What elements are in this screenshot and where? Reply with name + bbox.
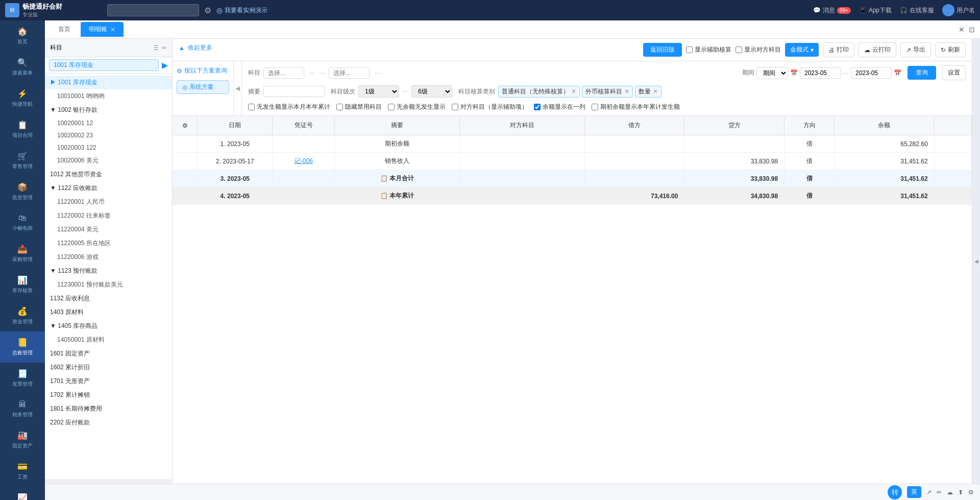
tab-ledger[interactable]: 明细账 ✕ bbox=[81, 22, 124, 37]
tree-item-11220001[interactable]: 11220001 人民币 bbox=[45, 195, 172, 209]
tree-item-1801[interactable]: 1801 长期待摊费用 bbox=[45, 402, 172, 416]
tree-item-1012[interactable]: 1012 其他货币资金 bbox=[45, 168, 172, 181]
tag-quantity-close[interactable]: ✕ bbox=[653, 88, 658, 95]
voucher-link[interactable]: 记-006 bbox=[295, 157, 313, 164]
export-btn[interactable]: ↗ 导出 bbox=[900, 42, 931, 57]
vertical-collapse-btn[interactable]: ◀ bbox=[972, 39, 980, 484]
account-header-list-icon[interactable]: ☰ bbox=[153, 44, 159, 52]
show-contra-checkbox[interactable]: 显示对方科目 bbox=[736, 45, 781, 54]
sidebar-item-project[interactable]: 📋项目合同 bbox=[0, 114, 45, 145]
sidebar-item-capital[interactable]: 💰资金管理 bbox=[0, 300, 45, 331]
tag-foreign-close[interactable]: ✕ bbox=[624, 88, 629, 95]
collapse-more-btn[interactable]: ▲ 收起更多 bbox=[179, 43, 212, 52]
cb-no-balance-input[interactable] bbox=[388, 104, 395, 110]
sidebar-item-ledger[interactable]: 📒总账管理 bbox=[0, 331, 45, 363]
sidebar-item-quick-nav[interactable]: ⚡快捷导航 bbox=[0, 83, 45, 114]
tree-item-11220005[interactable]: 11220005 所在地区 bbox=[45, 236, 172, 250]
tree-item-11220002[interactable]: 11220002 往来标签 bbox=[45, 209, 172, 223]
tree-item-11230001[interactable]: 11230001 预付账款美元 bbox=[45, 278, 172, 292]
query-btn[interactable]: 查询 bbox=[908, 66, 936, 80]
tree-item-2202[interactable]: 2202 应付账款 bbox=[45, 416, 172, 430]
account-tree[interactable]: ▶ 1001 库存现金10010001 哟哟哟▼ 1002 银行存款100200… bbox=[45, 74, 172, 480]
cb-contra-input[interactable] bbox=[452, 104, 458, 110]
translate-btn[interactable]: 转 bbox=[888, 485, 902, 499]
cb-no-balance[interactable]: 无余额无发生显示 bbox=[388, 103, 446, 111]
bottom-cloud-icon[interactable]: ☁ bbox=[947, 489, 953, 496]
sidebar-item-retail[interactable]: 🛒零售管理 bbox=[0, 145, 45, 176]
col-settings-header[interactable]: ⚙ bbox=[173, 116, 198, 135]
sidebar-item-invoice[interactable]: 🧾发票管理 bbox=[0, 363, 45, 394]
lang-btn[interactable]: 英 bbox=[907, 486, 921, 498]
cb-no-activity-input[interactable] bbox=[248, 104, 255, 110]
tree-item-1132[interactable]: 1132 应收利息 bbox=[45, 292, 172, 305]
show-aux-checkbox[interactable]: 显示辅助核算 bbox=[686, 45, 731, 54]
tree-item-10020002[interactable]: 10020002 23 bbox=[45, 129, 172, 141]
account-selected-display[interactable]: 1001 库存现金 bbox=[49, 59, 159, 71]
cb-hide-disabled[interactable]: 隐藏禁用科目 bbox=[336, 103, 382, 111]
filter-settings-btn[interactable]: 设置 bbox=[942, 65, 966, 80]
tree-item-1403[interactable]: 1403 原材料 bbox=[45, 305, 172, 319]
period-type-select[interactable]: 期间 bbox=[756, 67, 788, 79]
bottom-edit-icon[interactable]: ✏ bbox=[937, 489, 942, 496]
sidebar-item-operations[interactable]: 📈经营管理 bbox=[0, 487, 45, 500]
subject-input[interactable] bbox=[263, 67, 304, 79]
account-header-edit-icon[interactable]: ✏ bbox=[162, 44, 167, 52]
cb-no-activity[interactable]: 无发生额显示本月本年累计 bbox=[248, 103, 330, 111]
cloud-print-btn[interactable]: ☁ 云打印 bbox=[859, 42, 896, 57]
collapse-left-btn[interactable]: ◀ bbox=[234, 61, 242, 115]
tab-close-all-btn[interactable]: ✕ bbox=[959, 26, 965, 34]
user-avatar[interactable]: 用户名 bbox=[942, 4, 975, 16]
sidebar-item-salary[interactable]: 💳工资 bbox=[0, 456, 45, 487]
level-to-select[interactable]: 6级 3级 bbox=[411, 85, 452, 98]
table-container[interactable]: ⚙ 日期 凭证号 摘要 对方科目 借方 贷方 方向 余额 bbox=[173, 116, 972, 484]
sidebar-item-tax[interactable]: 🏛税务管理 bbox=[0, 394, 45, 424]
message-btn[interactable]: 💬 消息 99+ bbox=[813, 6, 851, 15]
bottom-link-icon[interactable]: ↗ bbox=[926, 489, 932, 496]
period-from-input[interactable] bbox=[800, 67, 841, 79]
period-to-input[interactable] bbox=[851, 67, 892, 79]
tree-item-1602[interactable]: 1602 累计折旧 bbox=[45, 361, 172, 374]
refresh-btn[interactable]: ↻ 刷新 bbox=[935, 42, 966, 57]
tab-ledger-close[interactable]: ✕ bbox=[110, 26, 115, 33]
settings-icon[interactable]: ⚙ bbox=[204, 6, 211, 15]
back-old-btn[interactable]: 返回旧版 bbox=[643, 43, 682, 57]
tree-item-1123[interactable]: ▼ 1123 预付账款 bbox=[45, 264, 172, 278]
online-service-btn[interactable]: 🎧 在线客服 bbox=[900, 6, 934, 15]
tree-item-1601[interactable]: 1601 固定资产 bbox=[45, 347, 172, 361]
scheme-btn[interactable]: ◎ 系统方案 bbox=[177, 80, 229, 94]
tree-item-10020003[interactable]: 10020003 122 bbox=[45, 141, 172, 154]
account-next-btn[interactable]: ▶ bbox=[162, 60, 168, 70]
print-btn[interactable]: 🖨 打印 bbox=[823, 42, 854, 57]
cb-contra[interactable]: 对方科目（显示辅助项） bbox=[452, 103, 528, 111]
sidebar-item-purchase[interactable]: 📥采购管理 bbox=[0, 238, 45, 269]
level-from-select[interactable]: 1级 2级 3级 bbox=[358, 85, 399, 98]
tree-item-1002[interactable]: ▼ 1002 银行存款 bbox=[45, 103, 172, 117]
sidebar-item-wholesale[interactable]: 📦批发管理 bbox=[0, 176, 45, 207]
app-download-btn[interactable]: 📱 App下载 bbox=[859, 6, 892, 15]
tree-item-11220006[interactable]: 11220006 游戏 bbox=[45, 250, 172, 264]
tree-item-10020006[interactable]: 10020006 美元 bbox=[45, 154, 172, 168]
sidebar-item-search[interactable]: 🔍搜索菜单 bbox=[0, 52, 45, 83]
tree-item-14050001[interactable]: 14050001 原材料 bbox=[45, 333, 172, 347]
account-scrollbar[interactable] bbox=[45, 480, 172, 484]
subject-input-2[interactable] bbox=[329, 67, 370, 79]
tab-restore-btn[interactable]: ⊡ bbox=[969, 26, 975, 34]
tree-item-1701[interactable]: 1701 无形资产 bbox=[45, 374, 172, 388]
tree-item-1702[interactable]: 1702 累计摊销 bbox=[45, 388, 172, 402]
tree-item-10020001[interactable]: 10020001 12 bbox=[45, 117, 172, 129]
sidebar-item-assets[interactable]: 🏭固定资产 bbox=[0, 424, 45, 456]
tree-item-1001[interactable]: ▶ 1001 库存现金 bbox=[45, 76, 172, 89]
bottom-settings-icon[interactable]: ⚙ bbox=[968, 489, 974, 496]
show-contra-input[interactable] bbox=[736, 46, 742, 53]
demo-link[interactable]: ◎ 我要看实例演示 bbox=[216, 6, 267, 15]
tree-item-1122[interactable]: ▼ 1122 应收账款 bbox=[45, 181, 172, 195]
summary-input[interactable] bbox=[263, 86, 325, 97]
bottom-upload-icon[interactable]: ⬆ bbox=[958, 489, 963, 496]
show-aux-input[interactable] bbox=[686, 46, 693, 53]
tab-home[interactable]: 首页 bbox=[50, 22, 79, 37]
sidebar-item-ecommerce[interactable]: 🛍小畅电商 bbox=[0, 207, 45, 238]
cb-balance-col[interactable]: 余额显示在一列 bbox=[534, 103, 585, 111]
format-dropdown-btn[interactable]: 金额式 ▾ bbox=[785, 43, 819, 57]
subject-dots[interactable]: ··· bbox=[307, 69, 316, 77]
tree-item-1405[interactable]: ▼ 1405 库存商品 bbox=[45, 319, 172, 333]
